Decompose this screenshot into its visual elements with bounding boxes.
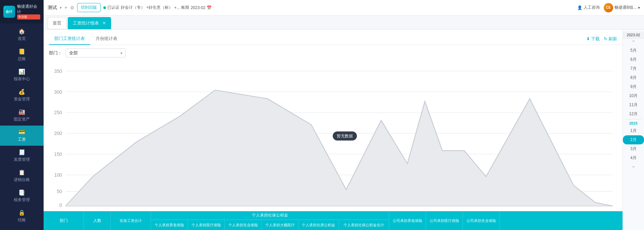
status-period-value: 2023-02 [191, 5, 205, 10]
help-button[interactable]: 👤 人工咨询 [577, 5, 600, 10]
rs-month-11[interactable]: 11月 [623, 100, 644, 109]
rs-prev-button[interactable]: ⌃ [631, 39, 636, 46]
rs-month-9[interactable]: 9月 [623, 82, 644, 91]
dept-select-wrapper[interactable]: 全部 销售部 财务部 人事部 技术部 [65, 48, 126, 57]
sidebar-item-reports[interactable]: 📊 报表中心 [0, 65, 44, 85]
download-icon: ⬇ [586, 36, 590, 41]
rs-month-feb[interactable]: 2月 [623, 135, 644, 144]
user-menu[interactable]: CE 畅捷通B组... ▾ [604, 3, 640, 12]
sidebar-logo: 会计 畅捷通好会计 专业版 [0, 0, 44, 24]
th-company-unemployment: 公司承担失业保险 [463, 211, 500, 230]
sidebar-label-funds: 资金管理 [14, 96, 30, 102]
sidebar-label-tax: 税务管理 [14, 197, 30, 203]
invoice-icon: 🧾 [18, 149, 25, 155]
sidebar-label-assets: 固定资产 [14, 117, 30, 122]
rs-month-5[interactable]: 5月 [623, 46, 644, 55]
sub-tab-dept-label: 部门工资统计表 [54, 36, 85, 41]
th-personal-pension: 个人承担养老保险 [151, 220, 188, 230]
sidebar-label-close: 结账 [18, 217, 26, 223]
tax-icon: 📑 [18, 189, 25, 196]
rs-month-12[interactable]: 12月 [623, 109, 644, 119]
refresh-button[interactable]: ↻ 刷新 [604, 36, 617, 42]
table-header: 部门 人数 应发工资合计 个人承担社保公积金 个人承担养老保险 个人承担医疗保险… [44, 211, 623, 230]
calendar-icon[interactable]: 📅 [207, 5, 212, 10]
dropdown-arrow-icon[interactable]: ▾ [60, 5, 62, 10]
rs-next-button[interactable]: ⌄ [631, 163, 636, 169]
th-personal-medical: 个人承担医疗保险 [188, 220, 225, 230]
refresh-label: 刷新 [608, 36, 617, 42]
status-certified: 已认证 [107, 5, 119, 10]
tab-salary-report[interactable]: 工资统计报表 ✕ [68, 17, 111, 29]
topbar: 测试 ▾ + ⚙ 切到旧版 已认证 好会计（专） +好生意（标） +... 账期… [44, 0, 644, 15]
sidebar-item-invoice[interactable]: 🧾 发票管理 [0, 146, 44, 166]
th-personal-cols: 个人承担养老保险 个人承担医疗保险 个人承担失业保险 个人承担大额医疗 个人承担… [151, 220, 389, 230]
status-dot-icon [103, 6, 106, 9]
sidebar-item-ledger[interactable]: 📒 总账 [0, 45, 44, 65]
sub-tab-actions: ⬇ 下载 ↻ 刷新 [586, 36, 617, 42]
funds-icon: 💰 [18, 89, 25, 95]
close-accounts-icon: 🔒 [18, 210, 25, 216]
salary-icon: 💳 [18, 129, 25, 135]
sidebar-item-assets[interactable]: 🏭 固定资产 [0, 105, 44, 126]
sidebar-item-salary[interactable]: 💳 工资 [0, 126, 44, 146]
th-headcount: 人数 [84, 211, 111, 230]
sidebar-item-tax[interactable]: 📑 税务管理 [0, 186, 44, 206]
sidebar-item-sales[interactable]: 📋 进销台账 [0, 166, 44, 186]
assets-icon: 🏭 [18, 109, 25, 115]
th-personal-unemployment: 个人承担失业保险 [225, 220, 262, 230]
sub-tab-monthly[interactable]: 月份统计表 [90, 33, 123, 45]
tab-salary-report-label: 工资统计报表 [73, 20, 99, 26]
sidebar-item-funds[interactable]: 💰 资金管理 [0, 85, 44, 105]
chart-area-fill [66, 90, 613, 206]
th-dept-label: 部门 [60, 218, 68, 224]
sidebar-item-close[interactable]: 🔒 结账 [0, 206, 44, 226]
topbar-settings-icon[interactable]: ⚙ [70, 5, 74, 10]
sidebar-label-home: 首页 [18, 36, 26, 42]
content-main: 部门工资统计表 月份统计表 ⬇ 下载 ↻ 刷新 [44, 30, 623, 230]
topbar-right: 👤 人工咨询 CE 畅捷通B组... ▾ [577, 3, 640, 12]
th-personal-total: 个人承担社保公积金合计 [339, 220, 389, 230]
rs-month-apr[interactable]: 4月 [623, 153, 644, 163]
dept-select[interactable]: 全部 销售部 财务部 人事部 技术部 [65, 48, 126, 57]
sidebar-item-home[interactable]: 🏠 首页 [0, 25, 44, 45]
status-more: +... [174, 5, 180, 10]
rs-month-jan[interactable]: 1月 [623, 126, 644, 135]
logo-badge: 专业版 [17, 14, 40, 19]
download-button[interactable]: ⬇ 下载 [586, 36, 600, 42]
help-icon: 👤 [577, 5, 582, 10]
sidebar-item-archive[interactable]: 📁 归档管理 [0, 226, 44, 230]
main-area: 测试 ▾ + ⚙ 切到旧版 已认证 好会计（专） +好生意（标） +... 账期… [44, 0, 644, 230]
right-date-panel: 2023.02 ⌃ 5月 6月 7月 8月 9月 10月 11月 12月 202… [623, 30, 644, 230]
rs-month-mar[interactable]: 3月 [623, 144, 644, 153]
rs-month-8[interactable]: 8月 [623, 73, 644, 82]
sub-tab-dept[interactable]: 部门工资统计表 [49, 33, 90, 45]
ledger-icon: 📒 [18, 48, 25, 55]
th-personal-housing: 个人承担住房公积金 [299, 220, 339, 230]
y-label-0: 0 [59, 202, 62, 208]
status-product1: 好会计（专） [121, 5, 145, 10]
rs-month-6[interactable]: 6月 [623, 55, 644, 64]
dept-filter-label: 部门： [49, 50, 62, 56]
topbar-title: 测试 [48, 5, 57, 11]
rs-month-7[interactable]: 7月 [623, 64, 644, 73]
y-label-350: 350 [54, 68, 62, 74]
switch-old-version-button[interactable]: 切到旧版 [77, 3, 101, 12]
th-company-medical: 公司承担医疗保险 [426, 211, 463, 230]
tab-close-icon[interactable]: ✕ [102, 20, 106, 26]
status-period-label: 账期 [181, 5, 189, 10]
tab-home[interactable]: 首页 [48, 17, 66, 29]
topbar-plus-icon[interactable]: + [64, 5, 67, 11]
reports-icon: 📊 [18, 68, 25, 75]
rs-current-period: 2023.02 [623, 32, 644, 39]
sidebar-label-ledger: 总账 [18, 56, 26, 62]
avatar-initials: CE [606, 6, 611, 9]
topbar-status: 已认证 好会计（专） +好生意（标） +... 账期 2023-02 📅 [103, 5, 212, 10]
rs-month-10[interactable]: 10月 [623, 91, 644, 100]
sub-tabs: 部门工资统计表 月份统计表 ⬇ 下载 ↻ 刷新 [44, 30, 623, 45]
help-label: 人工咨询 [584, 5, 600, 10]
th-personal-group: 个人承担社保公积金 个人承担养老保险 个人承担医疗保险 个人承担失业保险 个人承… [151, 211, 389, 230]
user-dropdown-icon: ▾ [638, 5, 640, 10]
avatar: CE [604, 3, 613, 12]
logo-name: 畅捷通好会计 [17, 4, 40, 14]
sidebar-label-reports: 报表中心 [14, 76, 30, 82]
